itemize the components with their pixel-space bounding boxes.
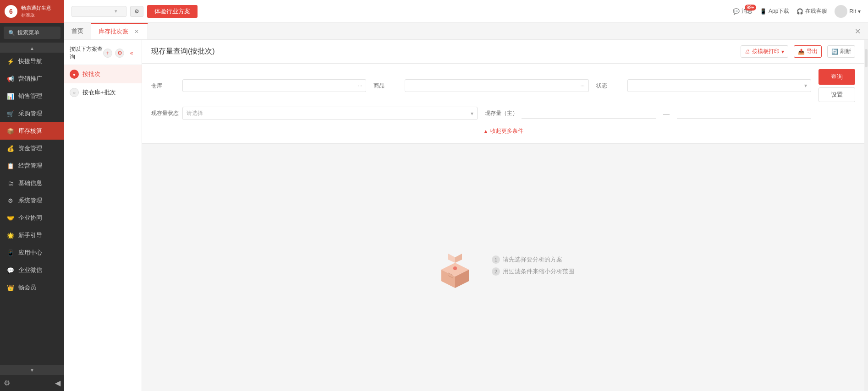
right-content: 现存量查询(按批次) 🖨 按模板打印 ▾ 📤 导出 🔄 刷新 [142,40,864,391]
status-filter: 状态 ▾ [596,79,811,92]
search-icon: 🔍 [8,30,15,36]
user-name: Rit [849,8,856,15]
left-panel-collapse-button[interactable]: « [127,49,136,58]
export-button[interactable]: 📤 导出 [794,45,822,58]
stock-qty-label: 现存量（主） [485,109,518,117]
sidebar-item-label: 畅会员 [18,283,36,292]
filter-row-1: 仓库 ··· 商品 ··· [151,69,855,102]
sidebar-item-purchase[interactable]: 🛒 采购管理 [0,105,64,122]
tabbar: 首页 库存批次账 ✕ ✕ [64,23,868,40]
print-button[interactable]: 🖨 按模板打印 ▾ [741,45,788,58]
avatar [835,5,847,18]
scroll-up-icon: ▲ [30,46,34,51]
sidebar-item-shortcut[interactable]: ⚡ 快捷导航 [0,53,64,70]
empty-tips: 1 请先选择要分析的方案 2 用过滤条件来缩小分析范围 [492,255,574,279]
collapse-more-button[interactable]: ▲ 收起更多条件 [151,125,855,138]
company-name: 畅康通好生意 [21,5,51,11]
sidebar-scroll-down[interactable]: ▼ [0,365,64,375]
sidebar-item-newuser[interactable]: 🌟 新手引导 [0,227,64,244]
right-scrollbar[interactable] [864,40,868,391]
left-panel-settings-button[interactable]: ⚙ [115,49,124,58]
sidebar: 6 畅康通好生意 标准版 🔍 搜索菜单 ▲ ⚡ 快捷导航 📢 营销推广 📊 销售… [0,0,64,391]
warehouse-more-icon: ··· [358,83,362,88]
sidebar-item-basic[interactable]: 🗂 基础信息 [0,174,64,192]
sidebar-item-member[interactable]: 👑 畅会员 [0,279,64,296]
topbar-gear-button[interactable]: ⚙ [130,6,143,17]
messages-badge: 99+ [745,5,756,11]
tip-text-1: 请先选择要分析的方案 [503,255,562,264]
app-name-block: 畅康通好生意 标准版 [21,5,51,18]
empty-state: 1 请先选择要分析的方案 2 用过滤条件来缩小分析范围 [142,144,864,391]
stock-qty-to-input[interactable] [677,108,811,119]
sidebar-item-enterprise[interactable]: 🤝 企业协同 [0,209,64,227]
operations-icon: 📋 [6,162,15,170]
service-icon: 🎧 [797,8,803,15]
sidebar-settings-button[interactable]: ⚙ [4,379,10,387]
close-icon[interactable]: ✕ [133,28,140,35]
topbar-search-input[interactable] [76,8,112,15]
enterprise-icon: 🤝 [6,214,15,222]
tab-inventory-batch[interactable]: 库存批次账 ✕ [91,23,148,39]
batch-item-label: 按批次 [82,70,100,78]
sidebar-nav: ⚡ 快捷导航 📢 营销推广 📊 销售管理 🛒 采购管理 📦 库存核算 💰 资金管… [0,53,64,365]
sidebar-item-label: 销售管理 [18,92,42,100]
warehouse-input[interactable]: ··· [182,79,366,92]
sidebar-item-label: 经营管理 [18,162,42,170]
empty-illustration [432,244,478,290]
left-panel-header: 按以下方案查询 + ⚙ « [64,40,142,65]
online-service-button[interactable]: 🎧 在线客服 [797,7,827,15]
scroll-thumb [865,49,868,67]
product-filter: 商品 ··· [374,79,588,92]
tab-home[interactable]: 首页 [64,23,91,39]
tip-num-2: 2 [492,267,500,276]
sidebar-item-operations[interactable]: 📋 经营管理 [0,157,64,174]
sidebar-item-finance[interactable]: 💰 资金管理 [0,140,64,157]
sidebar-item-label: 应用中心 [18,249,42,257]
messages-button[interactable]: 💬 消息 99+ [733,7,753,15]
export-label: 导出 [807,48,818,55]
sidebar-item-inventory[interactable]: 📦 库存核算 [0,122,64,140]
sidebar-item-marketing[interactable]: 📢 营销推广 [0,70,64,87]
online-service-label: 在线客服 [805,7,827,15]
topbar-right: 💬 消息 99+ 📱 App下载 🎧 在线客服 Rit ▾ [733,5,861,18]
warehouse-label: 仓库 [151,82,179,90]
shortcut-icon: ⚡ [6,57,15,65]
stock-status-label: 现存量状态 [151,109,179,117]
tip-num-1: 1 [492,255,500,264]
sidebar-item-sales[interactable]: 📊 销售管理 [0,87,64,105]
try-industry-button[interactable]: 体验行业方案 [147,5,198,18]
left-panel-item-by-warehouse-batch[interactable]: ○ 按仓库+批次 [64,83,142,102]
set-button[interactable]: 设置 [819,87,855,102]
qty-dash: — [659,110,673,117]
close-main-button[interactable]: ✕ [847,23,868,39]
search-chevron-icon: ▾ [115,8,117,14]
left-panel-title: 按以下方案查询 [70,45,103,61]
product-input[interactable]: ··· [405,79,588,92]
status-select[interactable]: ▾ [627,79,811,92]
sidebar-item-label: 系统管理 [18,196,42,205]
empty-box-svg [432,244,478,290]
export-icon: 📤 [798,49,805,55]
tab-close-button[interactable]: ✕ [133,28,140,35]
sidebar-item-wechat[interactable]: 💬 企业微信 [0,261,64,279]
sidebar-item-apps[interactable]: 📱 应用中心 [0,244,64,261]
topbar-search-area: ▾ [71,6,126,17]
system-icon: ⚙ [6,196,15,205]
sidebar-item-label: 营销推广 [18,75,42,83]
stock-status-select[interactable]: 请选择 ▾ [182,107,478,120]
left-panel-add-button[interactable]: + [103,49,112,58]
sidebar-scroll-up[interactable]: ▲ [0,43,64,53]
sidebar-collapse-button[interactable]: ◀ [55,379,60,387]
stock-qty-from-input[interactable] [522,108,656,119]
left-panel-item-by-batch[interactable]: ● 按批次 [64,65,142,83]
sidebar-item-system[interactable]: ⚙ 系统管理 [0,192,64,209]
app-download-button[interactable]: 📱 App下载 [760,7,789,15]
query-button[interactable]: 查询 [819,69,855,85]
refresh-label: 刷新 [840,48,851,55]
user-profile-button[interactable]: Rit ▾ [835,5,861,18]
wechat-icon: 💬 [6,266,15,274]
refresh-button[interactable]: 🔄 刷新 [827,45,855,58]
sidebar-search-button[interactable]: 🔍 搜索菜单 [4,27,60,39]
app-icon: 📱 [760,8,767,15]
warehouse-filter: 仓库 ··· [151,79,366,92]
